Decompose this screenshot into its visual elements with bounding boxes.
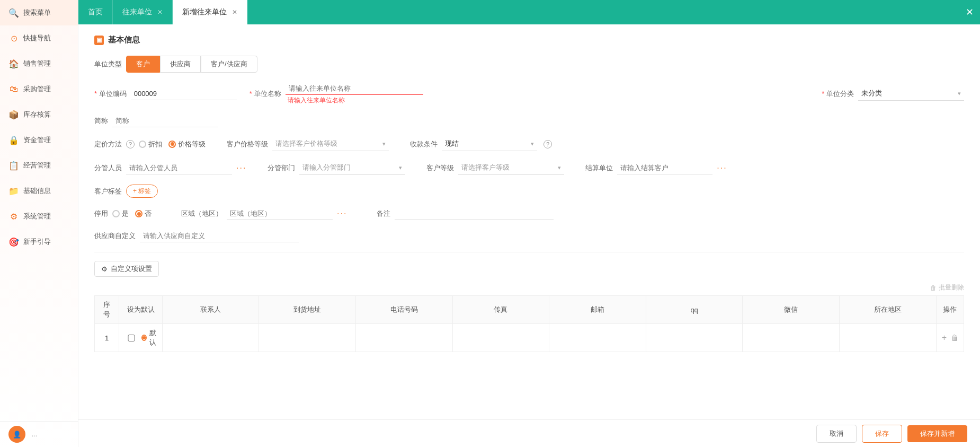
- custom-settings-icon: ⚙: [101, 265, 108, 273]
- disabled-radio-no[interactable]: 否: [135, 209, 152, 218]
- disabled-radio-yes[interactable]: 是: [112, 209, 129, 218]
- main-area: 首页 往来单位 ✕ 新增往来单位 ✕ ✕ ▣ 基本信息 单位类型 客户 供应商 …: [78, 0, 980, 447]
- pricing-radio-discount[interactable]: 折扣: [139, 139, 162, 149]
- section-icon: ▣: [94, 36, 104, 45]
- row-delete-btn[interactable]: 🗑: [951, 334, 958, 342]
- custom-settings-label: 自定义项设置: [111, 264, 152, 274]
- disabled-radio-label-no: 否: [145, 209, 152, 218]
- save-button[interactable]: 保存: [862, 425, 902, 443]
- sidebar-item-label: 库存核算: [23, 110, 51, 119]
- purchase-icon: 🛍: [8, 84, 19, 94]
- row-contact-input[interactable]: [168, 334, 254, 342]
- settlement-unit-field: 结算单位 ···: [585, 162, 727, 174]
- unit-category-select[interactable]: 未分类 ▾: [858, 86, 964, 101]
- region-input[interactable]: [227, 207, 333, 220]
- settlement-unit-more-btn[interactable]: ···: [717, 163, 727, 173]
- row-wechat-input[interactable]: [748, 334, 834, 342]
- sidebar-item-label: 搜索菜单: [23, 8, 51, 17]
- disabled-row: 停用 是 否 区域（地区） ···: [94, 207, 964, 220]
- unit-info-row: 单位编码 单位名称 请输入往来单位名称 单位分类 未分类 ▾: [94, 82, 964, 105]
- disabled-radio-circle-no: [135, 210, 142, 217]
- region-more-btn[interactable]: ···: [337, 209, 347, 218]
- sidebar-item-system[interactable]: ⚙ 系统管理: [0, 204, 78, 229]
- row-checkbox[interactable]: [124, 335, 138, 341]
- short-name-input[interactable]: [112, 115, 218, 127]
- guide-icon: 🎯: [8, 236, 19, 247]
- tab-new-counterparty-close[interactable]: ✕: [232, 8, 237, 16]
- row-address-input[interactable]: [264, 334, 350, 342]
- row-wechat: [743, 324, 840, 352]
- customer-level-select[interactable]: 请选择客户等级 ▾: [458, 161, 564, 175]
- remarks-input[interactable]: [395, 207, 554, 220]
- region-label: 区域（地区）: [181, 209, 222, 218]
- disabled-field: 停用 是 否: [94, 209, 152, 218]
- tab-new-counterparty-label: 新增往来单位: [182, 7, 227, 17]
- row-phone-input[interactable]: [361, 334, 447, 342]
- col-wechat: 微信: [743, 296, 840, 324]
- tab-counterparty-close[interactable]: ✕: [157, 8, 163, 16]
- unit-type-btn-group: 客户 供应商 客户/供应商: [126, 56, 257, 73]
- sidebar: 🔍 搜索菜单 ⊙ 快捷导航 🏠 销售管理 🛍 采购管理 📦 库存核算 🔒 资金管…: [0, 0, 78, 447]
- tab-counterparty[interactable]: 往来单位 ✕: [113, 0, 173, 24]
- tab-home[interactable]: 首页: [78, 0, 113, 24]
- sidebar-item-quick-nav[interactable]: ⊙ 快捷导航: [0, 25, 78, 51]
- tab-bar-close-btn[interactable]: ✕: [966, 6, 974, 18]
- payment-terms-select[interactable]: 现结 ▾: [442, 137, 537, 151]
- batch-delete-btn[interactable]: 🗑 批量删除: [930, 283, 964, 292]
- type-btn-both[interactable]: 客户/供应商: [201, 56, 257, 73]
- row-qq-input[interactable]: [652, 334, 737, 342]
- payment-terms-help-icon[interactable]: ?: [544, 140, 552, 148]
- sidebar-item-inventory[interactable]: 📦 库存核算: [0, 102, 78, 127]
- add-tag-btn[interactable]: + 标签: [126, 185, 158, 198]
- custom-settings-btn[interactable]: ⚙ 自定义项设置: [94, 261, 159, 277]
- settlement-unit-input[interactable]: [617, 162, 712, 174]
- sidebar-item-operation[interactable]: 📋 经营管理: [0, 153, 78, 178]
- unit-type-field: 单位类型 客户 供应商 客户/供应商: [94, 56, 257, 73]
- operation-icon: 📋: [8, 160, 19, 171]
- row-email-input[interactable]: [555, 334, 640, 342]
- unit-name-input[interactable]: [286, 82, 423, 95]
- sidebar-item-purchase[interactable]: 🛍 采购管理: [0, 76, 78, 102]
- sidebar-item-search[interactable]: 🔍 搜索菜单: [0, 0, 78, 25]
- col-action: 操作: [936, 296, 964, 324]
- table-header-row: 序号 设为默认 联系人 到货地址 电话号码 传真 邮箱 qq 微信 所在地区 操…: [95, 296, 964, 324]
- department-field: 分管部门 请输入分管部门 ▾: [268, 161, 405, 175]
- supplier-custom-input[interactable]: [140, 230, 299, 242]
- customer-price-level-select[interactable]: 请选择客户价格等级 ▾: [272, 137, 389, 151]
- unit-code-input[interactable]: [131, 87, 237, 100]
- cancel-button[interactable]: 取消: [816, 425, 857, 443]
- sidebar-user-btn[interactable]: 👤: [8, 426, 25, 443]
- customer-price-chevron: ▾: [382, 141, 386, 147]
- col-contact: 联系人: [162, 296, 259, 324]
- sidebar-item-basic-info[interactable]: 📁 基础信息: [0, 178, 78, 204]
- contacts-table: 序号 设为默认 联系人 到货地址 电话号码 传真 邮箱 qq 微信 所在地区 操…: [94, 295, 964, 352]
- col-default: 设为默认: [119, 296, 162, 324]
- customer-level-placeholder: 请选择客户等级: [461, 163, 556, 172]
- type-btn-supplier[interactable]: 供应商: [160, 56, 201, 73]
- tab-counterparty-label: 往来单位: [122, 7, 152, 17]
- settlement-unit-label: 结算单位: [585, 163, 613, 173]
- manager-more-btn[interactable]: ···: [236, 163, 246, 173]
- tab-new-counterparty[interactable]: 新增往来单位 ✕: [173, 0, 247, 24]
- row-fax-input[interactable]: [458, 334, 544, 342]
- home-icon: ⊙: [8, 33, 19, 43]
- row-contact: [162, 324, 259, 352]
- finance-icon: 🔒: [8, 135, 19, 145]
- pricing-radio-circle-discount: [139, 141, 146, 148]
- unit-type-row: 单位类型 客户 供应商 客户/供应商: [94, 56, 964, 73]
- save-and-new-button[interactable]: 保存并新增: [907, 425, 967, 442]
- row-add-btn[interactable]: +: [942, 333, 947, 343]
- row-region-input[interactable]: [845, 334, 931, 342]
- sidebar-item-guide[interactable]: 🎯 新手引导: [0, 229, 78, 255]
- system-icon: ⚙: [8, 211, 19, 222]
- manager-input[interactable]: [126, 162, 232, 174]
- sidebar-item-label: 基础信息: [23, 186, 51, 196]
- pricing-help-icon[interactable]: ?: [126, 140, 135, 148]
- pricing-radio-level[interactable]: 价格等级: [168, 139, 206, 149]
- row-default-radio[interactable]: 默认: [141, 328, 157, 347]
- department-select[interactable]: 请输入分管部门 ▾: [299, 161, 405, 175]
- sidebar-item-finance[interactable]: 🔒 资金管理: [0, 127, 78, 153]
- sidebar-item-sales[interactable]: 🏠 销售管理: [0, 51, 78, 76]
- section-title-text: 基本信息: [108, 35, 140, 45]
- type-btn-customer[interactable]: 客户: [126, 56, 160, 73]
